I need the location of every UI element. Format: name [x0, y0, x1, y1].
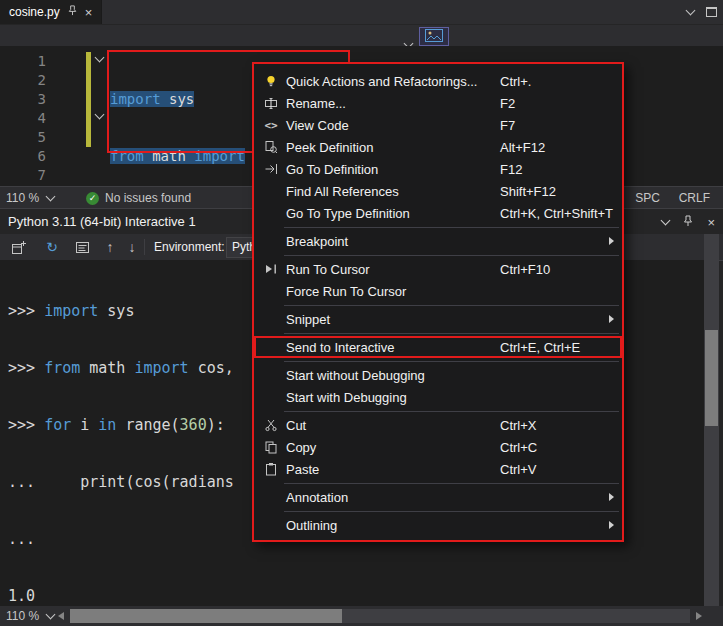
fold-chevron-icon[interactable]: [95, 110, 105, 120]
interactive-window-title: Python 3.11 (64-bit) Interactive 1: [8, 214, 196, 229]
context-menu: Quick Actions and Refactorings... Ctrl+.…: [252, 62, 624, 542]
menu-item-breakpoint[interactable]: Breakpoint: [254, 230, 622, 252]
go-to-definition-icon: [258, 162, 284, 176]
lightbulb-icon: [258, 74, 284, 88]
submenu-arrow-icon: [609, 315, 614, 323]
menu-item-cut[interactable]: Cut Ctrl+X: [254, 414, 622, 436]
copy-icon: [258, 440, 284, 454]
reset-icon[interactable]: ↻: [44, 239, 60, 255]
menu-item-find-all-references[interactable]: Find All References Shift+F12: [254, 180, 622, 202]
run-to-cursor-icon: [258, 262, 284, 276]
cut-icon: [258, 418, 284, 432]
menu-separator: [284, 511, 619, 512]
zoom-value: 110 %: [6, 191, 39, 205]
horizontal-scrollbar[interactable]: [70, 609, 690, 623]
check-icon: ✓: [86, 192, 99, 205]
menu-item-quick-actions[interactable]: Quick Actions and Refactorings... Ctrl+.: [254, 70, 622, 92]
line-number-gutter[interactable]: 1 2 3 4 5 6 7: [0, 52, 46, 185]
pin-icon[interactable]: [682, 215, 694, 230]
submenu-arrow-icon: [609, 237, 614, 245]
menu-separator: [284, 361, 619, 362]
menu-item-view-code[interactable]: <> View Code F7: [254, 114, 622, 136]
fold-chevron-icon[interactable]: [95, 53, 105, 63]
menu-separator: [284, 483, 619, 484]
menu-item-copy[interactable]: Copy Ctrl+C: [254, 436, 622, 458]
menu-item-outlining[interactable]: Outlining: [254, 514, 622, 536]
menu-separator: [284, 305, 619, 306]
paste-icon: [258, 462, 284, 476]
line-number: 2: [0, 71, 46, 90]
line-number: 1: [0, 52, 46, 71]
menu-item-start-without-debugging[interactable]: Start without Debugging: [254, 364, 622, 386]
menu-separator: [284, 411, 619, 412]
line-number: 4: [0, 109, 46, 128]
rename-icon: [258, 96, 284, 110]
peek-definition-icon: [258, 140, 284, 154]
clear-screen-icon[interactable]: [74, 239, 90, 255]
menu-item-go-to-definition[interactable]: Go To Definition F12: [254, 158, 622, 180]
document-health-indicator[interactable]: ✓ No issues found: [86, 187, 191, 209]
zoom-value: 110 %: [6, 609, 39, 623]
python-interactive-button[interactable]: [419, 27, 449, 46]
vs-window: cosine.py × 1 2 3 4 5 6 7 import sys: [0, 0, 723, 626]
code-line-2: from math import: [110, 147, 253, 166]
menu-item-rename[interactable]: Rename... F2: [254, 92, 622, 114]
line-ending-indicator[interactable]: CRLF: [679, 191, 710, 205]
close-tab-icon[interactable]: ×: [85, 6, 93, 19]
toolbar-separator: [144, 239, 145, 255]
line-number: 5: [0, 128, 46, 147]
menu-item-paste[interactable]: Paste Ctrl+V: [254, 458, 622, 480]
document-tab-bar: cosine.py ×: [0, 0, 723, 25]
repl-output: 1.0: [8, 587, 704, 606]
vertical-scrollbar[interactable]: [704, 234, 719, 606]
scrollbar-thumb[interactable]: [70, 609, 342, 623]
menu-item-annotation[interactable]: Annotation: [254, 486, 622, 508]
window-position-icon[interactable]: [661, 216, 671, 226]
chevron-down-icon: [46, 610, 56, 620]
tab-cosine-py[interactable]: cosine.py ×: [0, 0, 102, 24]
tab-label: cosine.py: [9, 5, 60, 19]
menu-separator: [284, 255, 619, 256]
menu-item-force-run-to-cursor[interactable]: Force Run To Cursor: [254, 280, 622, 302]
pin-icon[interactable]: [67, 5, 78, 19]
line-number: 3: [0, 90, 46, 109]
menu-separator: [284, 333, 619, 334]
line-number: 7: [0, 166, 46, 185]
editor-zoom-control[interactable]: 110 %: [6, 187, 54, 209]
interactive-bottom-bar: 110 %: [0, 606, 723, 626]
code-line-1: import sys: [110, 90, 253, 109]
menu-item-run-to-cursor[interactable]: Run To Cursor Ctrl+F10: [254, 258, 622, 280]
menu-separator: [284, 227, 619, 228]
submenu-arrow-icon: [609, 521, 614, 529]
menu-item-start-with-debugging[interactable]: Start with Debugging: [254, 386, 622, 408]
history-next-icon[interactable]: ↓: [124, 239, 140, 255]
environment-label: Environment:: [154, 240, 225, 254]
health-text: No issues found: [105, 191, 191, 205]
close-icon[interactable]: ×: [707, 216, 715, 229]
menu-item-go-to-type-definition[interactable]: Go To Type Definition Ctrl+K, Ctrl+Shift…: [254, 202, 622, 224]
whitespace-indicator[interactable]: SPC: [635, 191, 660, 205]
new-window-icon[interactable]: [10, 239, 26, 255]
scroll-right-arrow-icon[interactable]: [696, 612, 702, 620]
scroll-left-arrow-icon[interactable]: [58, 612, 64, 620]
menu-item-peek-definition[interactable]: Peek Definition Alt+F12: [254, 136, 622, 158]
interactive-zoom-control[interactable]: 110 %: [6, 606, 54, 626]
document-list-dropdown-icon[interactable]: [686, 6, 696, 16]
view-code-icon: <>: [258, 119, 284, 132]
chevron-down-icon: [46, 192, 56, 202]
submenu-arrow-icon: [609, 493, 614, 501]
editor-toolbar: [0, 25, 723, 47]
history-previous-icon[interactable]: ↑: [102, 239, 118, 255]
line-number: 6: [0, 147, 46, 166]
image-icon: [425, 28, 443, 46]
menu-item-send-to-interactive[interactable]: Send to Interactive Ctrl+E, Ctrl+E: [254, 336, 622, 358]
scrollbar-thumb[interactable]: [705, 330, 718, 426]
window-icon[interactable]: [706, 7, 717, 17]
menu-item-snippet[interactable]: Snippet: [254, 308, 622, 330]
change-tracking-bar: [86, 52, 91, 147]
